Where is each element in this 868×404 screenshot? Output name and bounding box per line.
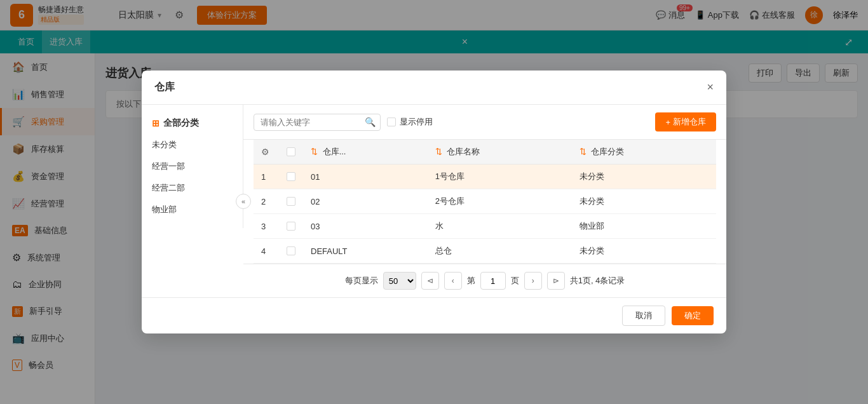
page-label: 第 [467,275,475,286]
cell-name: 总仓 [428,239,572,264]
cell-category: 未分类 [572,165,716,189]
search-wrap: 🔍 [254,114,381,131]
modal-main: 🔍 显示停用 + 新增仓库 [243,105,726,297]
cell-checkbox[interactable] [279,189,303,214]
table-row[interactable]: 2 02 2号仓库 未分类 [254,189,716,214]
modal-sidebar-item-label-3: 物业部 [152,205,177,214]
modal-toolbar: 🔍 显示停用 + 新增仓库 [243,105,726,140]
search-button[interactable]: 🔍 [365,117,376,127]
total-info: 共1页, 4条记录 [570,275,625,286]
modal-overlay: 仓库 × ⊞ 全部分类 未分类 经营一部 [0,0,868,404]
modal-sidebar-header-label: 全部分类 [163,118,199,129]
add-icon: + [665,118,670,127]
modal-sidebar-item-property[interactable]: 物业部 [142,199,243,220]
th-code[interactable]: ⇅ 仓库... [303,140,428,165]
next-page-button[interactable]: › [524,272,542,290]
cell-name: 2号仓库 [428,189,572,214]
th-gear: ⚙ [254,140,279,165]
cell-checkbox[interactable] [279,239,303,264]
th-checkbox [279,140,303,165]
table-row[interactable]: 4 DEFAULT 总仓 未分类 [254,239,716,264]
cell-category: 未分类 [572,239,716,264]
th-name-label: 仓库名称 [447,147,480,156]
grid-icon: ⊞ [152,118,159,128]
modal-close-button[interactable]: × [707,81,714,94]
modal-actions: 取消 确定 [142,297,726,333]
modal-sidebar-item-uncategorized[interactable]: 未分类 [142,134,243,156]
modal-sidebar-all-category[interactable]: ⊞ 全部分类 [142,112,243,134]
cell-num: 4 [254,239,279,264]
cell-code: DEFAULT [303,239,428,264]
collapse-icon: « [241,198,245,205]
th-name[interactable]: ⇅ 仓库名称 [428,140,572,165]
last-page-button[interactable]: ⊳ [547,272,565,290]
cancel-button[interactable]: 取消 [622,306,665,326]
th-category-label: 仓库分类 [591,147,624,156]
search-input[interactable] [254,114,381,131]
cell-checkbox[interactable] [279,165,303,189]
modal-sidebar-item-dept2[interactable]: 经营二部 [142,177,243,199]
show-disabled-checkbox[interactable] [387,118,396,126]
modal-sidebar-item-label-2: 经营二部 [152,183,185,192]
first-page-button[interactable]: ⊲ [421,272,439,290]
cell-code: 02 [303,189,428,214]
table-header-row: ⚙ ⇅ 仓库... ⇅ [254,140,716,165]
table-row[interactable]: 1 01 1号仓库 未分类 [254,165,716,189]
cell-checkbox[interactable] [279,214,303,239]
modal-sidebar: ⊞ 全部分类 未分类 经营一部 经营二部 物业部 [142,105,243,228]
table-wrap: ⚙ ⇅ 仓库... ⇅ [243,140,726,264]
show-disabled-wrap[interactable]: 显示停用 [387,116,433,128]
sort-icon-code: ⇅ [311,147,318,156]
modal-sidebar-wrapper: ⊞ 全部分类 未分类 经营一部 经营二部 物业部 [142,105,243,297]
sidebar-collapse-button[interactable]: « [236,194,251,209]
table-row[interactable]: 3 03 水 物业部 [254,214,716,239]
sort-icon-name: ⇅ [435,147,442,156]
modal-sidebar-item-label-1: 经营一部 [152,161,185,171]
confirm-button[interactable]: 确定 [672,306,714,325]
warehouse-table: ⚙ ⇅ 仓库... ⇅ [254,140,716,264]
modal-sidebar-item-label-0: 未分类 [152,140,177,149]
page-unit: 页 [511,275,519,286]
per-page-label: 每页显示 [345,275,378,286]
modal-sidebar-item-dept1[interactable]: 经营一部 [142,156,243,177]
modal-header: 仓库 × [142,71,726,105]
show-disabled-label: 显示停用 [400,116,433,128]
cell-code: 03 [303,214,428,239]
table-pagination: 每页显示 50 20 100 ⊲ ‹ 第 页 › ⊳ 共1页, 4条记录 [243,264,726,297]
cell-category: 未分类 [572,189,716,214]
page-number-input[interactable] [480,272,506,290]
cell-num: 1 [254,165,279,189]
prev-page-button[interactable]: ‹ [444,272,462,290]
col-gear-icon: ⚙ [261,147,269,157]
cell-category: 物业部 [572,214,716,239]
modal-body: ⊞ 全部分类 未分类 经营一部 经营二部 物业部 [142,105,726,297]
add-warehouse-button[interactable]: + 新增仓库 [655,112,716,131]
sort-icon-category: ⇅ [580,147,587,156]
cell-name: 1号仓库 [428,165,572,189]
cell-num: 3 [254,214,279,239]
warehouse-modal: 仓库 × ⊞ 全部分类 未分类 经营一部 [142,71,726,333]
th-category[interactable]: ⇅ 仓库分类 [572,140,716,165]
per-page-select[interactable]: 50 20 100 [383,272,416,290]
add-warehouse-label: 新增仓库 [673,116,706,128]
cell-num: 2 [254,189,279,214]
th-code-label: 仓库... [323,147,346,156]
cell-code: 01 [303,165,428,189]
th-checkbox-input[interactable] [287,147,295,156]
cell-name: 水 [428,214,572,239]
modal-title: 仓库 [154,81,175,94]
